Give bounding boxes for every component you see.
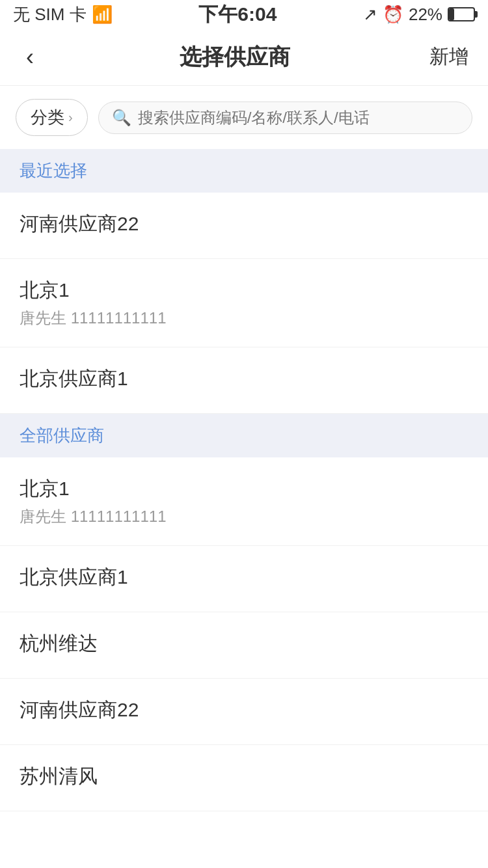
list-item[interactable]: 河南供应商22: [0, 193, 488, 259]
item-name: 河南供应商22: [20, 211, 468, 237]
wifi-icon: 📶: [92, 5, 113, 25]
list-item[interactable]: 北京供应商1: [0, 347, 488, 414]
location-icon: ↗: [363, 5, 377, 25]
section-header-all: 全部供应商: [0, 414, 488, 457]
battery-percent: 22%: [409, 5, 442, 25]
search-box: 🔍: [98, 102, 472, 134]
list-item[interactable]: 北京1唐先生 11111111111: [0, 259, 488, 347]
item-name: 北京1: [20, 476, 468, 502]
search-icon: 🔍: [112, 109, 131, 127]
item-name: 苏州清风: [20, 763, 468, 790]
nav-bar: ‹ 选择供应商 新增: [0, 29, 488, 86]
item-name: 杭州维达: [20, 631, 468, 657]
status-bar: 无 SIM 卡 📶 下午6:04 ↗ ⏰ 22%: [0, 0, 488, 29]
alarm-icon: ⏰: [383, 5, 403, 25]
list-item[interactable]: 河南供应商22: [0, 679, 488, 745]
chevron-right-icon: ›: [68, 110, 73, 125]
battery-icon: [448, 7, 475, 21]
status-left: 无 SIM 卡 📶: [13, 3, 113, 26]
supplier-list: 最近选择河南供应商22北京1唐先生 11111111111北京供应商1全部供应商…: [0, 149, 488, 811]
item-detail: 唐先生 11111111111: [20, 506, 468, 527]
status-time: 下午6:04: [198, 1, 277, 28]
category-label: 分类: [31, 106, 64, 129]
item-name: 北京1: [20, 277, 468, 304]
status-right: ↗ ⏰ 22%: [363, 5, 475, 25]
item-detail: 唐先生 11111111111: [20, 308, 468, 329]
section-header-recent: 最近选择: [0, 149, 488, 193]
item-name: 北京供应商1: [20, 366, 468, 392]
list-item[interactable]: 北京1唐先生 11111111111: [0, 457, 488, 546]
back-button[interactable]: ‹: [20, 37, 40, 77]
item-name: 河南供应商22: [20, 697, 468, 724]
sim-status: 无 SIM 卡: [13, 3, 87, 26]
filter-bar: 分类 › 🔍: [0, 86, 488, 149]
new-supplier-button[interactable]: 新增: [429, 44, 468, 70]
list-item[interactable]: 杭州维达: [0, 612, 488, 679]
category-button[interactable]: 分类 ›: [16, 99, 88, 136]
page-title: 选择供应商: [180, 42, 290, 72]
list-item[interactable]: 苏州清风: [0, 745, 488, 811]
search-input[interactable]: [138, 109, 459, 127]
item-name: 北京供应商1: [20, 564, 468, 591]
list-item[interactable]: 北京供应商1: [0, 546, 488, 612]
